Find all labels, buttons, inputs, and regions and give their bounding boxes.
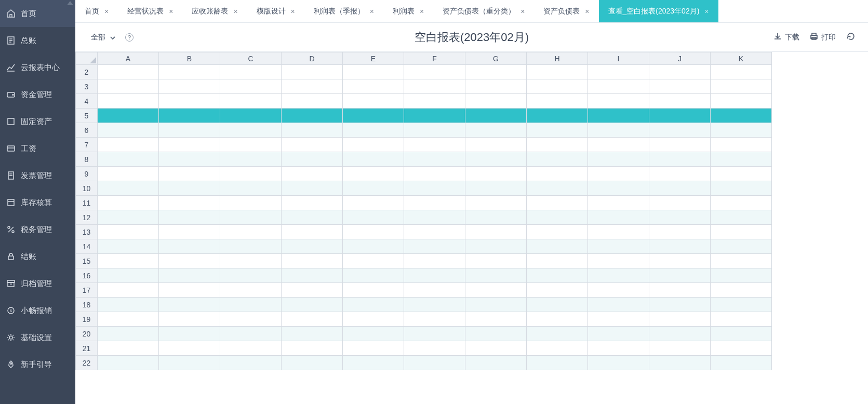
cell-E21[interactable] [343,341,404,356]
cell-B7[interactable] [159,138,220,152]
cell-I5[interactable] [588,109,649,123]
cell-E17[interactable] [343,283,404,298]
col-header-H[interactable]: H [527,52,588,65]
tab-7[interactable]: 资产负债表× [534,0,598,22]
cell-J9[interactable] [649,167,711,181]
tab-2[interactable]: 应收账龄表× [182,0,247,22]
download-button[interactable]: 下载 [773,32,799,42]
cell-K10[interactable] [711,181,772,196]
spreadsheet-container[interactable]: ABCDEFGHIJK23456789101112131415161718192… [75,52,868,404]
cell-F19[interactable] [404,312,465,327]
cell-C11[interactable] [220,196,282,210]
cell-B10[interactable] [159,181,220,196]
cell-B4[interactable] [159,94,220,109]
col-header-D[interactable]: D [282,52,343,65]
cell-F3[interactable] [404,79,465,94]
cell-B5[interactable] [159,109,220,123]
cell-G15[interactable] [465,254,527,268]
cell-B8[interactable] [159,152,220,167]
col-header-E[interactable]: E [343,52,404,65]
cell-C19[interactable] [220,312,282,327]
cell-H13[interactable] [527,225,588,239]
cell-E15[interactable] [343,254,404,268]
cell-K5[interactable] [711,109,772,123]
cell-A12[interactable] [98,210,159,225]
row-header-16[interactable]: 16 [76,268,98,283]
cell-F12[interactable] [404,210,465,225]
cell-D22[interactable] [282,356,343,370]
cell-G16[interactable] [465,268,527,283]
cell-H2[interactable] [527,65,588,79]
cell-J22[interactable] [649,356,711,370]
row-header-22[interactable]: 22 [76,356,98,370]
row-header-11[interactable]: 11 [76,196,98,210]
cell-A3[interactable] [98,79,159,94]
cell-K11[interactable] [711,196,772,210]
cell-D9[interactable] [282,167,343,181]
cell-H9[interactable] [527,167,588,181]
col-header-A[interactable]: A [98,52,159,65]
close-icon[interactable]: × [370,8,374,15]
cell-D18[interactable] [282,298,343,312]
sidebar-item-invoice[interactable]: 发票管理 [0,162,75,189]
cell-K21[interactable] [711,341,772,356]
cell-B20[interactable] [159,327,220,341]
cell-C20[interactable] [220,327,282,341]
cell-G3[interactable] [465,79,527,94]
cell-G7[interactable] [465,138,527,152]
cell-F7[interactable] [404,138,465,152]
help-icon[interactable]: ? [125,33,133,42]
col-header-I[interactable]: I [588,52,649,65]
cell-E19[interactable] [343,312,404,327]
cell-G6[interactable] [465,123,527,138]
cell-I16[interactable] [588,268,649,283]
cell-A21[interactable] [98,341,159,356]
row-header-2[interactable]: 2 [76,65,98,79]
cell-G11[interactable] [465,196,527,210]
cell-F9[interactable] [404,167,465,181]
cell-A16[interactable] [98,268,159,283]
cell-B12[interactable] [159,210,220,225]
cell-C6[interactable] [220,123,282,138]
row-header-19[interactable]: 19 [76,312,98,327]
cell-J19[interactable] [649,312,711,327]
cell-J21[interactable] [649,341,711,356]
cell-E22[interactable] [343,356,404,370]
filter-dropdown[interactable]: 全部 [88,31,119,44]
row-header-18[interactable]: 18 [76,298,98,312]
cell-J14[interactable] [649,239,711,254]
cell-E14[interactable] [343,239,404,254]
cell-A19[interactable] [98,312,159,327]
cell-F6[interactable] [404,123,465,138]
cell-I18[interactable] [588,298,649,312]
cell-C15[interactable] [220,254,282,268]
cell-B6[interactable] [159,123,220,138]
row-header-17[interactable]: 17 [76,283,98,298]
cell-C14[interactable] [220,239,282,254]
cell-D11[interactable] [282,196,343,210]
cell-F15[interactable] [404,254,465,268]
col-header-C[interactable]: C [220,52,282,65]
cell-D7[interactable] [282,138,343,152]
cell-I9[interactable] [588,167,649,181]
cell-J6[interactable] [649,123,711,138]
cell-E13[interactable] [343,225,404,239]
cell-H16[interactable] [527,268,588,283]
close-icon[interactable]: × [291,8,295,15]
cell-K9[interactable] [711,167,772,181]
cell-I20[interactable] [588,327,649,341]
cell-I11[interactable] [588,196,649,210]
cell-G12[interactable] [465,210,527,225]
cell-E4[interactable] [343,94,404,109]
cell-F10[interactable] [404,181,465,196]
cell-A22[interactable] [98,356,159,370]
cell-I19[interactable] [588,312,649,327]
cell-J5[interactable] [649,109,711,123]
cell-F5[interactable] [404,109,465,123]
cell-H7[interactable] [527,138,588,152]
tab-5[interactable]: 利润表× [383,0,433,22]
cell-C21[interactable] [220,341,282,356]
cell-B16[interactable] [159,268,220,283]
cell-G18[interactable] [465,298,527,312]
cell-A11[interactable] [98,196,159,210]
